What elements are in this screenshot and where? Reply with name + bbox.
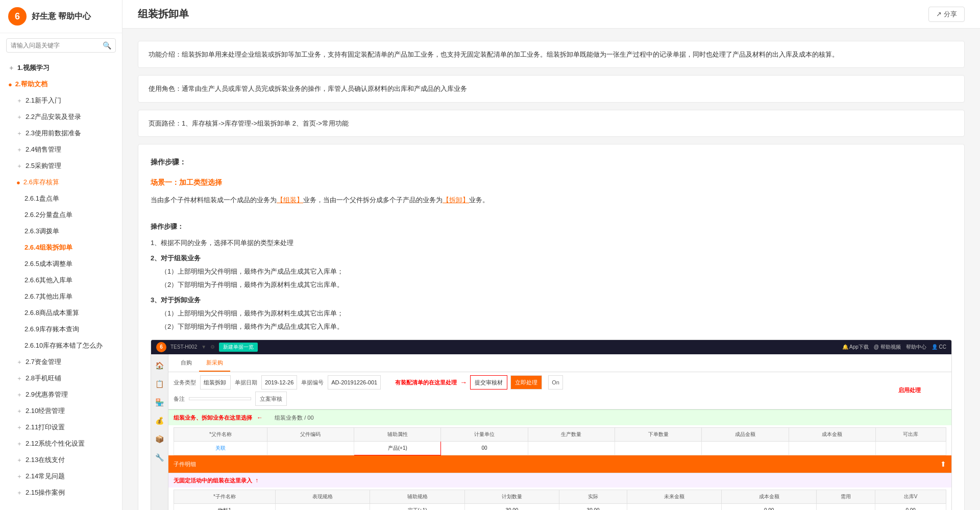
mock-new-doc-btn[interactable]: 新建单据一览 [219,343,258,352]
col-cost-amt: 成本金额 [789,428,875,442]
mock-lower-title: 子件明细 [174,458,196,470]
plus-icon: ＋ [16,423,22,432]
col-parent-name: *父件名称 [174,428,267,442]
step1: 1、根据不同的业务，选择不同单据的类型来处理 [151,236,952,250]
mock-freeform-section: 无固定活动中的组装在这里录入 ↑ [168,473,951,488]
mock-tabs: 自购 新采购 [168,354,951,372]
plus-icon: ＋ [8,64,14,72]
cell-aux: 产品(+1) [354,442,441,455]
annotation-up-arrow: ↑ [255,474,258,487]
page-title: 组装拆卸单 [138,7,189,21]
sidebar-item-mobile[interactable]: ＋ 2.8手机旺铺 [0,370,122,386]
sidebar-item-cost-calc[interactable]: 2.6.8商品成本重算 [0,305,122,321]
plus-icon: ＋ [16,145,22,154]
share-button[interactable]: ↗ 分享 [928,7,965,22]
sidebar-item-new-user[interactable]: ＋ 2.1新手入门 [0,92,122,109]
sidebar-item-install[interactable]: ＋ 2.2产品安装及登录 [0,109,122,125]
step3-1: （1）上部明细为父件明细，最终作为原材料生成其它出库单； [151,307,952,320]
sidebar-item-docs[interactable]: ● 2.帮助文档 [0,76,122,92]
col-prod-qty: 生产数量 [528,428,615,442]
sidebar-item-sales[interactable]: ＋ 2.4销售管理 [0,141,122,158]
sidebar-item-data-prep[interactable]: ＋ 2.3使用前数据准备 [0,125,122,141]
plus-icon: ＋ [16,489,22,497]
mock-topbar: 6 TEST-H002 ▼ ⚙ 新建单据一览 🔔 App下载 @ 帮助视频 帮助… [151,340,951,354]
plus-icon: ＋ [16,358,22,367]
path-block: 页面路径：1、库存核算->库存管理->组装拆卸单 2、首页->常用功能 [138,110,965,137]
step3: 3、对于拆卸业务 [151,294,952,307]
lrow1-need [816,504,875,510]
steps-section: 操作步骤： 场景一：加工类型选择 当由多个子件材料组装成一个成品的业务为【组装】… [138,144,965,510]
mock-main-content: 自购 新采购 业务类型 组装拆卸 单据日期 2019-12-26 [168,354,951,510]
lcol-aux-spec: 辅助规格 [370,490,464,504]
sidebar-item-stock-check[interactable]: 2.6.9库存账本查询 [0,321,122,337]
share-icon: ↗ [936,10,942,18]
mock-date-input[interactable]: 2019-12-26 [261,375,297,390]
sidebar-item-finance[interactable]: ＋ 2.7资金管理 [0,354,122,370]
intro-block: 功能介绍：组装拆卸单用来处理企业组装或拆卸等加工业务，支持有固定装配清单的产品加… [138,41,965,68]
mock-link-center: 帮助中心 [906,342,926,352]
mock-save-btn[interactable]: 立即处理 [510,375,542,390]
sidebar-item-stocktake[interactable]: 2.6.1盘点单 [0,190,122,207]
logo-icon: 6 [8,7,27,26]
sidebar: 6 好生意 帮助中心 🔍 ＋ 1.视频学习 ● 2.帮助文档 ＋ 2.1新手入门… [0,0,122,510]
lcol-need: 需用 [816,490,875,504]
search-input[interactable] [11,42,103,49]
mock-tab-new[interactable]: 新采购 [199,354,230,372]
mock-icon2: 📋 [155,377,164,391]
step3-2: （2）下部明细为子件明细，最终作为产成品生成其它入库单。 [151,320,952,333]
sidebar-item-custom[interactable]: ＋ 2.12系统个性化设置 [0,435,122,452]
content-area: 功能介绍：组装拆卸单用来处理企业组装或拆卸等加工业务，支持有固定装配清单的产品加… [122,29,980,510]
plus-icon: ＋ [16,456,22,465]
lcol-spec: 表现规格 [276,490,370,504]
mock-body: 🏠 📋 🏪 💰 📦 🔧 自购 新采购 [151,354,951,510]
mock-lower-table: *子件名称 表现规格 辅助规格 计划数量 实际 未来金额 成本金额 需用 [174,490,946,510]
col-unit: 计量单位 [441,428,528,442]
assembly-link[interactable]: 【组装】 [277,196,303,204]
mock-form-row1: 业务类型 组装拆卸 单据日期 2019-12-26 单据编号 AD-201912… [174,375,946,390]
screenshot-inner: 6 TEST-H002 ▼ ⚙ 新建单据一览 🔔 App下载 @ 帮助视频 帮助… [151,340,951,510]
sidebar-item-adjust[interactable]: 2.6.3调拨单 [0,223,122,239]
sidebar-item-purchase[interactable]: ＋ 2.5采购管理 [0,158,122,174]
role-text: 使用角色：通常由生产人员或库管人员完成拆装业务的操作，库管人员确认原材料的出库和… [149,85,467,92]
mock-avatar: 👤 CC [932,342,946,352]
sidebar-item-print[interactable]: ＋ 2.11打印设置 [0,419,122,435]
table-row: 关联 产品(+1) 00 [174,442,946,455]
sidebar-item-inventory[interactable]: ● 2.6库存核算 [0,174,122,190]
sidebar-item-assembly[interactable]: 2.6.4组装拆卸单 [0,239,122,256]
col-order-qty: 下单数量 [615,428,701,442]
sidebar-item-coupon[interactable]: ＋ 2.9优惠券管理 [0,386,122,403]
step2: 2、对于组装业务 [151,252,952,265]
mock-annotation1-area: 有装配清单的在这里处理 → 提交审核材 立即处理 [395,375,542,390]
logo-area: 6 好生意 帮助中心 [0,0,122,33]
mock-lower-header: 子件明细 ⬆ [168,455,951,473]
sidebar-item-ops[interactable]: ＋ 2.10经营管理 [0,403,122,419]
sidebar-item-other-in[interactable]: 2.6.6其他入库单 [0,272,122,288]
mock-tab-zg[interactable]: 自购 [174,354,199,372]
mock-num-input[interactable]: AD-20191226-001 [328,375,381,390]
cell-unit: 00 [441,442,528,455]
mock-link-app: 🔔 App下载 [842,342,869,352]
plus-icon: ＋ [16,113,22,122]
sidebar-item-faq[interactable]: ＋ 2.14常见问题 [0,468,122,484]
mock-remark-input[interactable] [189,397,251,400]
cell-code [267,442,354,455]
sidebar-item-cost-adjust[interactable]: 2.6.5成本调整单 [0,256,122,272]
mock-process-btn[interactable]: 提交审核材 [470,375,507,390]
mock-icon1: 🏠 [155,358,164,373]
mock-on-toggle[interactable]: On [548,375,563,390]
mock-expand-icon[interactable]: ⬆ [940,457,946,471]
col-prod-amt: 成品金额 [702,428,789,442]
mock-type-select[interactable]: 组装拆卸 [200,375,231,390]
sidebar-item-cases[interactable]: ＋ 2.15操作案例 [0,484,122,501]
disassembly-link[interactable]: 【拆卸】 [443,196,469,204]
sidebar-item-account-err[interactable]: 2.6.10库存账本错了怎么办 [0,337,122,354]
mock-icon3: 🏪 [155,395,164,409]
sidebar-item-other-out[interactable]: 2.6.7其他出库单 [0,288,122,305]
sidebar-item-videos[interactable]: ＋ 1.视频学习 [0,60,122,76]
sidebar-item-partial-stocktake[interactable]: 2.6.2分量盘点单 [0,207,122,223]
sidebar-item-payment[interactable]: ＋ 2.13在线支付 [0,452,122,468]
lcol-future-amt: 未来金额 [627,490,722,504]
mock-verify-btn[interactable]: 立案审核 [255,392,287,406]
search-button[interactable]: 🔍 [103,41,111,50]
col-parent-code: 父件编码 [267,428,354,442]
